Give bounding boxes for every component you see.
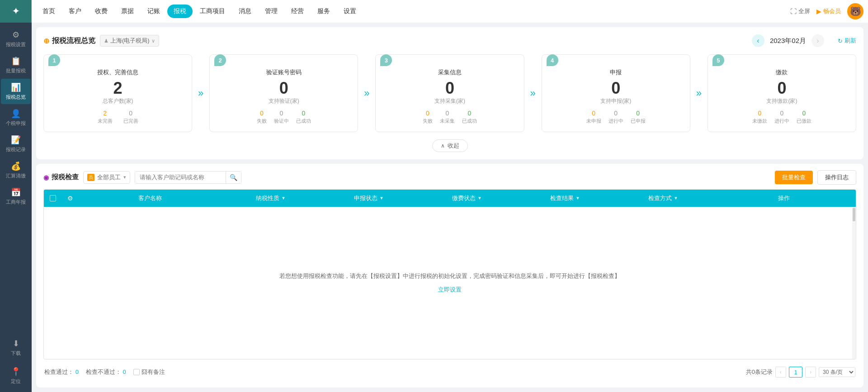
step-1-number: 1: [48, 54, 60, 66]
sidebar-item-personal-tax[interactable]: 👤 个税申报: [1, 105, 31, 130]
step-2-count: 0: [215, 79, 352, 97]
step-5-subtitle: 支持缴款(家): [713, 97, 850, 105]
vip-button[interactable]: ▶ 畅会员: [816, 7, 841, 15]
annual-report-icon: 📅: [11, 187, 21, 197]
search-button[interactable]: 🔍: [226, 172, 241, 183]
nav-item-client[interactable]: 客户: [62, 5, 88, 18]
next-month-button[interactable]: ›: [811, 34, 824, 47]
nav-item-home[interactable]: 首页: [36, 5, 61, 18]
tax-settings-icon: ⚙: [12, 30, 19, 40]
remark-checkbox[interactable]: [133, 369, 140, 375]
filter-icon-5: ▼: [674, 196, 678, 201]
arrow-4: »: [690, 54, 708, 132]
sidebar-item-clearance[interactable]: 💰 汇算清缴: [1, 158, 31, 183]
step-2-title: 验证账号密码: [215, 68, 352, 76]
setup-link[interactable]: 立即设置: [438, 284, 462, 296]
table-col-check-method[interactable]: 检查方式 ▼: [614, 190, 712, 207]
sidebar-item-tax-overview[interactable]: 📊 报税总览: [1, 79, 31, 104]
month-display: 2023年02月: [770, 37, 806, 45]
step-4-title: 申报: [547, 68, 684, 76]
table-container: ⚙ 客户名称 纳税性质 ▼ 申报状态 ▼ 缴费状态 ▼: [43, 189, 856, 359]
nav-item-message[interactable]: 消息: [232, 5, 258, 18]
table-col-ops: 操作: [712, 190, 856, 207]
refresh-icon: ↻: [838, 38, 843, 44]
table-header-gear[interactable]: ⚙: [62, 190, 78, 207]
filter-icon-1: ▼: [281, 196, 286, 201]
step-3-title: 采集信息: [381, 68, 518, 76]
step-2-stat-1: 0 验证中: [274, 110, 289, 124]
batch-check-button[interactable]: 批量检查: [775, 171, 813, 184]
step-4-subtitle: 支持申报(家): [547, 97, 684, 105]
nav-item-accounting[interactable]: 记账: [141, 5, 166, 18]
table-col-declare-status[interactable]: 申报状态 ▼: [320, 190, 418, 207]
check-pass-stat: 检查通过： 0: [44, 368, 79, 376]
flow-overview-title: ⊕ 报税流程总览: [43, 36, 95, 46]
table-col-pay-status[interactable]: 缴费状态 ▼: [418, 190, 516, 207]
sidebar-item-location[interactable]: 📍 定位: [1, 363, 31, 388]
nav-item-invoice[interactable]: 票据: [115, 5, 140, 18]
flow-overview-icon: ⊕: [43, 37, 49, 45]
table-footer: 检查通过： 0 检查不通过： 0 囧有备注 共0条记录 ‹ 1 ›: [43, 363, 856, 381]
table-header-checkbox[interactable]: [44, 190, 62, 207]
table-col-name: 客户名称: [78, 190, 222, 207]
step-4-stat-2: 0 已申报: [631, 110, 646, 124]
tax-record-icon: 📝: [11, 135, 21, 145]
next-page-button[interactable]: ›: [805, 367, 816, 378]
tax-overview-icon: 📊: [11, 82, 21, 92]
nav-item-manage[interactable]: 管理: [259, 5, 284, 18]
search-input[interactable]: [135, 172, 226, 183]
flow-step-1: 1 授权、完善信息 2 总客户数(家) 2 未完善 0 已完善: [43, 54, 192, 132]
prev-month-button[interactable]: ‹: [752, 34, 764, 47]
nav-item-biz[interactable]: 工商项目: [193, 5, 231, 18]
sidebar-item-tax-settings[interactable]: ⚙ 报税设置: [1, 26, 31, 52]
search-box: 🔍: [135, 171, 241, 184]
fullscreen-button[interactable]: ⛶ 全屏: [790, 7, 810, 15]
check-fail-stat: 检查不通过： 0: [86, 368, 126, 376]
pass-link[interactable]: 0: [75, 368, 79, 375]
sidebar-item-tax-record[interactable]: 📝 报税记录: [1, 131, 31, 157]
op-log-button[interactable]: 操作日志: [817, 170, 856, 185]
collapse-button[interactable]: ∧ 收起: [432, 139, 468, 152]
user-avatar[interactable]: 🐻: [847, 3, 863, 19]
page-size-select[interactable]: 30 条/页 50 条/页 100 条/页: [819, 367, 855, 377]
flow-step-5: 5 缴款 0 支持缴款(家) 0 未缴款 0 进行中: [708, 54, 856, 132]
nav-item-operation[interactable]: 经营: [285, 5, 310, 18]
prev-page-button[interactable]: ‹: [775, 367, 786, 378]
logo-icon: ✦: [12, 5, 20, 17]
step-2-number: 2: [214, 54, 226, 66]
table-col-tax-type[interactable]: 纳税性质 ▼: [222, 190, 320, 207]
table-header: ⚙ 客户名称 纳税性质 ▼ 申报状态 ▼ 缴费状态 ▼: [44, 190, 856, 207]
flow-step-3: 3 采集信息 0 支持采集(家) 0 失败 0 未采集: [375, 54, 524, 132]
tax-check-icon: ◉: [43, 174, 49, 181]
step-4-stat-0: 0 未申报: [586, 110, 601, 124]
table-col-check-result[interactable]: 检查结果 ▼: [516, 190, 614, 207]
sidebar-item-batch-tax[interactable]: 📋 批量报税: [1, 53, 31, 78]
step-5-count: 0: [713, 79, 850, 97]
employee-filter[interactable]: 员 全部员工 ▾: [83, 171, 130, 184]
employee-dropdown-icon: ▾: [123, 174, 126, 180]
nav-item-tax[interactable]: 报税: [167, 5, 193, 18]
sidebar-item-annual-report[interactable]: 📅 工商年报: [1, 184, 31, 209]
nav-item-fee[interactable]: 收费: [89, 5, 114, 18]
flow-overview-card: ⊕ 报税流程总览 ♟ 上海(电子税局) ∨ ‹ 2023年02月 › ↻ 刷新: [36, 27, 863, 159]
step-3-stat-1: 0 未采集: [440, 110, 455, 124]
content-area: ⊕ 报税流程总览 ♟ 上海(电子税局) ∨ ‹ 2023年02月 › ↻ 刷新: [32, 23, 868, 392]
table-empty-message: 若您想使用报税检查功能，请先在【报税设置】中进行报税的初始化设置，完成密码验证和…: [44, 207, 856, 359]
step-1-count: 2: [49, 79, 186, 97]
step-1-title: 授权、完善信息: [49, 68, 186, 76]
step-2-stat-0: 0 失败: [257, 110, 267, 124]
nav-item-settings[interactable]: 设置: [337, 5, 363, 18]
step-3-subtitle: 支持采集(家): [381, 97, 518, 105]
step-2-stat-2: 0 已成功: [296, 110, 311, 124]
step-1-subtitle: 总客户数(家): [49, 97, 186, 105]
refresh-button[interactable]: ↻ 刷新: [838, 37, 856, 45]
remark-filter[interactable]: 囧有备注: [133, 368, 165, 376]
nav-item-service[interactable]: 服务: [311, 5, 336, 18]
sidebar-item-download[interactable]: ⬇ 下载: [1, 335, 31, 360]
step-1-stat-1: 0 已完善: [123, 110, 138, 124]
logo: ✦: [0, 0, 32, 23]
fail-link[interactable]: 0: [123, 368, 126, 375]
tax-check-title: ◉ 报税检查: [43, 173, 79, 182]
location-selector[interactable]: ♟ 上海(电子税局) ∨: [100, 35, 159, 47]
step-5-title: 缴款: [713, 68, 850, 76]
